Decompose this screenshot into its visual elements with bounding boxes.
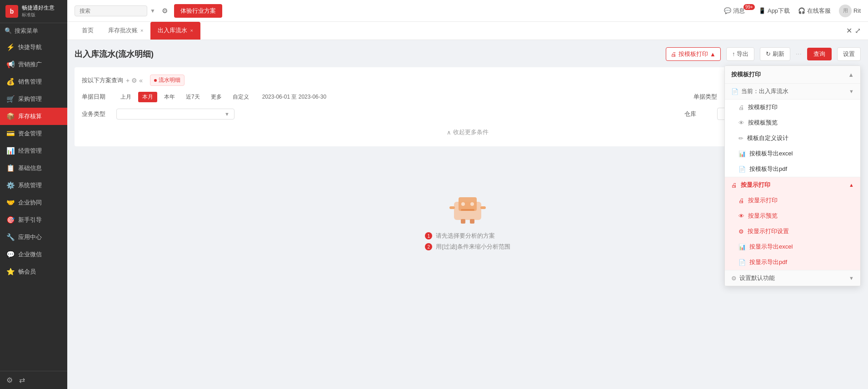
user-name: Rit — [853, 7, 861, 14]
default-func-icon: ⚙ — [731, 275, 737, 282]
display-settings-icon: ⚙ — [738, 228, 744, 235]
biz-type-select[interactable]: ▼ — [116, 109, 234, 120]
phone-icon: 📱 — [758, 7, 766, 14]
tab-expand-icon[interactable]: ⤢ — [855, 26, 861, 35]
sidebar-item-quick-nav[interactable]: ⚡ 快捷导航 — [0, 39, 67, 56]
sales-icon: 💰 — [6, 78, 15, 86]
display-print-settings-item[interactable]: ⚙ 按显示打印设置 — [725, 224, 860, 239]
display-preview-icon: 👁 — [738, 213, 744, 219]
refresh-btn[interactable]: ↻ 刷新 — [760, 47, 790, 61]
trial-btn[interactable]: 体验行业方案 — [174, 4, 222, 18]
sidebar-item-sales[interactable]: 💰 销售管理 — [0, 73, 67, 90]
dropdown-header-arrow[interactable]: ▲ — [848, 71, 854, 78]
dropdown-set-default[interactable]: ⚙ 设置默认功能 ▼ — [725, 270, 860, 286]
sidebar-nav: ⚡ 快捷导航 📢 营销推广 💰 销售管理 🛒 采购管理 📦 库存核算 💳 资金管… — [0, 39, 67, 371]
display-export-pdf-item[interactable]: 📄 按显示导出pdf — [725, 254, 860, 270]
date-last-month[interactable]: 上月 — [116, 92, 135, 102]
dropdown-template-group: 🖨 按模板打印 👁 按模板预览 ✏ 模板自定义设计 📊 按模板导出excel 📄 — [725, 100, 860, 177]
inventory-icon: 📦 — [6, 112, 15, 120]
online-service-btn[interactable]: 🎧 在线客服 — [798, 7, 831, 15]
dropdown-title: 按模板打印 — [731, 70, 761, 79]
tab-home[interactable]: 首页 — [75, 22, 101, 40]
date-last-7-days[interactable]: 近7天 — [182, 92, 204, 102]
sidebar-item-system[interactable]: ⚙️ 系统管理 — [0, 177, 67, 194]
tab-batch-account[interactable]: 库存批次账 × — [101, 22, 150, 40]
topbar-right: 💬 消息 99+ 📱 App下载 🎧 在线客服 用 Rit — [724, 5, 861, 17]
main-area: ▼ ⚙ 体验行业方案 💬 消息 99+ 📱 App下载 🎧 在线客服 用 R — [67, 0, 868, 389]
template-print-item[interactable]: 🖨 按模板打印 — [725, 100, 860, 115]
wechat-icon: 💬 — [6, 250, 15, 259]
filter-label-area: 按以下方案查询 + ⚙ « — [82, 76, 143, 85]
date-this-month[interactable]: 本月 — [138, 92, 157, 102]
collapse-sidebar-icon[interactable]: ⇄ — [19, 376, 25, 384]
default-func-arrow: ▼ — [849, 275, 854, 281]
svg-rect-7 — [461, 219, 465, 224]
sidebar-item-marketing[interactable]: 📢 营销推广 — [0, 56, 67, 73]
biz-type-label: 业务类型 — [82, 110, 109, 118]
date-custom[interactable]: 自定义 — [229, 92, 253, 102]
empty-step-1: 1 请先选择要分析的方案 — [425, 232, 510, 240]
sidebar-item-inventory[interactable]: 📦 库存核算 — [0, 108, 67, 125]
message-icon: 💬 — [724, 7, 731, 14]
template-preview-item[interactable]: 👁 按模板预览 — [725, 115, 860, 130]
tab-inventory-flow-close[interactable]: × — [190, 28, 193, 33]
doc-type-label: 单据类型 — [693, 93, 721, 101]
date-more[interactable]: 更多 — [207, 92, 226, 102]
filter-settings-icon[interactable]: ⚙ — [131, 77, 137, 84]
display-print-item[interactable]: 🖨 按显示打印 — [725, 193, 860, 208]
export-btn[interactable]: ↑ 导出 — [726, 47, 754, 61]
tab-inventory-flow[interactable]: 出入库流水 × — [150, 22, 200, 40]
refresh-icon: ↻ — [766, 50, 771, 57]
flow-detail-tag[interactable]: 流水明细 — [150, 75, 185, 86]
display-excel-icon: 📊 — [738, 244, 746, 250]
current-label: 当前：出入库流水 — [741, 87, 788, 95]
topbar-search-input[interactable] — [75, 5, 147, 16]
page-title: 出入库流水(流水明细) — [75, 49, 154, 60]
app-center-icon: 🔧 — [6, 233, 15, 241]
topbar-gear-icon[interactable]: ⚙ — [162, 7, 168, 15]
purchase-icon: 🛒 — [6, 95, 15, 103]
query-btn[interactable]: 查询 — [807, 48, 832, 60]
pdf-icon: 📄 — [738, 166, 746, 173]
sidebar-item-finance[interactable]: 💳 资金管理 — [0, 125, 67, 142]
warehouse-label: 仓库 — [684, 110, 712, 118]
template-export-excel-item[interactable]: 📊 按模板导出excel — [725, 146, 860, 161]
actions-divider: ··· — [796, 50, 802, 58]
filter-collapse-icon[interactable]: « — [139, 77, 143, 84]
current-arrow[interactable]: ▼ — [849, 89, 854, 94]
sidebar-item-vip[interactable]: ⭐ 畅会员 — [0, 263, 67, 280]
sidebar-item-guide[interactable]: 🎯 新手引导 — [0, 211, 67, 229]
sidebar-search[interactable]: 🔍 搜索菜单 — [0, 23, 67, 39]
settings-btn[interactable]: 设置 — [837, 47, 861, 61]
date-this-year[interactable]: 本年 — [160, 92, 179, 102]
search-dropdown-arrow[interactable]: ▼ — [150, 8, 155, 14]
display-preview-item[interactable]: 👁 按显示预览 — [725, 208, 860, 224]
tab-batch-account-close[interactable]: × — [140, 28, 143, 33]
template-custom-design-item[interactable]: ✏ 模板自定义设计 — [725, 130, 860, 146]
excel-icon: 📊 — [738, 150, 746, 157]
vip-icon: ⭐ — [6, 268, 15, 276]
display-export-excel-item[interactable]: 📊 按显示导出excel — [725, 239, 860, 254]
sidebar-item-operations[interactable]: 📊 经营管理 — [0, 142, 67, 160]
tab-close-all-icon[interactable]: ✕ — [846, 26, 852, 35]
display-print-group-header[interactable]: 🖨 按显示打印 ▲ — [725, 177, 860, 193]
filter-actions: + ⚙ « — [126, 77, 143, 84]
dropdown-header: 按模板打印 ▲ — [725, 66, 860, 84]
sidebar-item-purchase[interactable]: 🛒 采购管理 — [0, 90, 67, 108]
sidebar-item-wechat[interactable]: 💬 企业微信 — [0, 246, 67, 263]
user-profile[interactable]: 用 Rit — [839, 5, 861, 17]
sidebar-item-app-center[interactable]: 🔧 应用中心 — [0, 229, 67, 246]
svg-point-3 — [470, 202, 474, 206]
template-print-arrow: ▲ — [710, 51, 716, 58]
template-print-btn[interactable]: 🖨 按模板打印 ▲ — [666, 47, 721, 61]
settings-bottom-icon[interactable]: ⚙ — [6, 376, 13, 384]
printer-icon: 🖨 — [671, 51, 677, 58]
template-export-pdf-item[interactable]: 📄 按模板导出pdf — [725, 161, 860, 177]
sidebar-item-enterprise[interactable]: 🤝 企业协同 — [0, 194, 67, 211]
message-badge: 99+ — [743, 4, 755, 10]
step-2-num: 2 — [425, 243, 432, 250]
sidebar-item-base-info[interactable]: 📋 基础信息 — [0, 160, 67, 177]
filter-add-icon[interactable]: + — [126, 77, 130, 84]
app-download-btn[interactable]: 📱 App下载 — [758, 7, 790, 15]
message-btn[interactable]: 💬 消息 99+ — [724, 7, 750, 15]
